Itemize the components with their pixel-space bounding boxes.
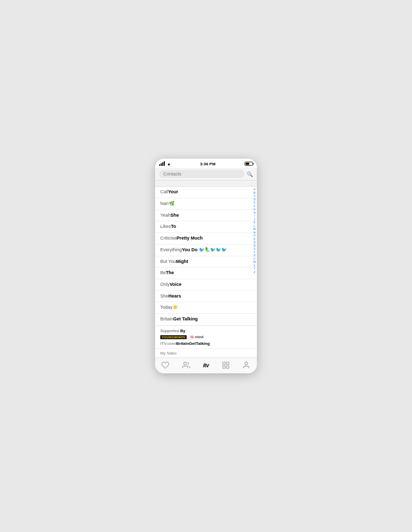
status-bar: ▲ 3:36 PM: [155, 159, 257, 168]
phone-frame: ▲ 3:36 PM 🔍 ABCDEFGHIJKLMNOPQRSTUVWXYZ C…: [155, 159, 257, 373]
search-bar[interactable]: 🔍: [155, 168, 257, 181]
section-header: [155, 181, 257, 187]
contact-bold: She: [170, 213, 179, 219]
contact-normal: Only: [160, 282, 170, 288]
youngminds-logo: YOUNGMINDS: [160, 335, 187, 339]
status-left: ▲: [159, 162, 171, 166]
bottom-nav: itv: [155, 358, 257, 373]
contact-row[interactable]: Yeah She: [155, 210, 257, 222]
contact-normal: But You: [160, 259, 176, 265]
url-text: ITV.com/BritainGetTalking: [160, 341, 252, 346]
svg-point-5: [245, 362, 248, 365]
contact-normal: Britain: [160, 316, 173, 322]
nav-itv[interactable]: itv: [203, 362, 209, 368]
contact-row[interactable]: Call Your: [155, 187, 257, 198]
contact-row[interactable]: She Hears: [155, 291, 257, 303]
contact-bold: Get Talking: [173, 316, 198, 322]
contact-normal: Everything: [160, 247, 182, 253]
contact-row[interactable]: Only Voice: [155, 279, 257, 291]
nav-heart[interactable]: [161, 361, 169, 369]
svg-rect-4: [223, 366, 225, 368]
contact-bold: The: [166, 270, 174, 276]
wifi-icon: ▲: [167, 162, 171, 166]
contact-row[interactable]: Be The: [155, 268, 257, 279]
contact-bold: Voice: [170, 282, 182, 288]
contact-bold: 🌿: [169, 201, 174, 207]
nav-person[interactable]: [242, 361, 250, 369]
svg-point-0: [184, 362, 187, 365]
contact-normal: She: [160, 293, 168, 300]
contact-normal: Today: [160, 305, 172, 311]
svg-rect-1: [223, 362, 225, 365]
search-input[interactable]: [159, 170, 245, 178]
contact-bold: Pretty Much: [176, 235, 203, 242]
mind-logo: 🧠 mind: [190, 335, 203, 339]
contact-row[interactable]: Everything You Do 🐦🦜🐦🐦🐦: [155, 245, 257, 256]
contact-normal: Likes: [160, 224, 171, 230]
contact-bold: You Do 🐦🦜🐦🐦🐦: [182, 247, 227, 253]
contact-bold: Your: [168, 189, 179, 195]
contact-normal: Call: [160, 189, 168, 195]
nav-grid[interactable]: [222, 361, 230, 369]
status-time: 3:36 PM: [200, 162, 215, 166]
supported-label: Supported By: [160, 329, 252, 333]
contact-normal: Criticise: [160, 235, 176, 242]
contact-list: ABCDEFGHIJKLMNOPQRSTUVWXYZ Call Your Nan…: [155, 187, 257, 325]
contact-normal: Nan: [160, 201, 169, 207]
battery-icon: [245, 162, 253, 166]
contact-row[interactable]: Britain Get Talking: [155, 314, 257, 326]
logos-row: YOUNGMINDS 🧠 mind: [160, 335, 252, 339]
more-contacts-hint: My Nabo: [155, 348, 257, 358]
nav-people[interactable]: [182, 361, 190, 369]
contact-bold: ☀️: [172, 305, 178, 311]
contact-normal: Be: [160, 270, 166, 276]
contact-bold: To: [171, 224, 176, 230]
svg-rect-2: [226, 362, 229, 365]
signal-icon: [159, 162, 165, 166]
contact-bold: Might: [176, 259, 188, 265]
contact-bold: Hears: [168, 293, 181, 300]
search-icon[interactable]: 🔍: [247, 171, 253, 177]
contact-row[interactable]: Nan 🌿: [155, 198, 257, 210]
svg-rect-3: [226, 366, 229, 368]
contact-normal: Yeah: [160, 213, 170, 219]
contact-row[interactable]: Likes To: [155, 221, 257, 233]
supported-section: Supported By YOUNGMINDS 🧠 mind ITV.com/B…: [155, 326, 257, 348]
contact-row[interactable]: Today ☀️: [155, 302, 257, 314]
contact-row[interactable]: But You Might: [155, 256, 257, 268]
contact-row[interactable]: Criticise Pretty Much: [155, 233, 257, 245]
status-right: [245, 162, 253, 166]
